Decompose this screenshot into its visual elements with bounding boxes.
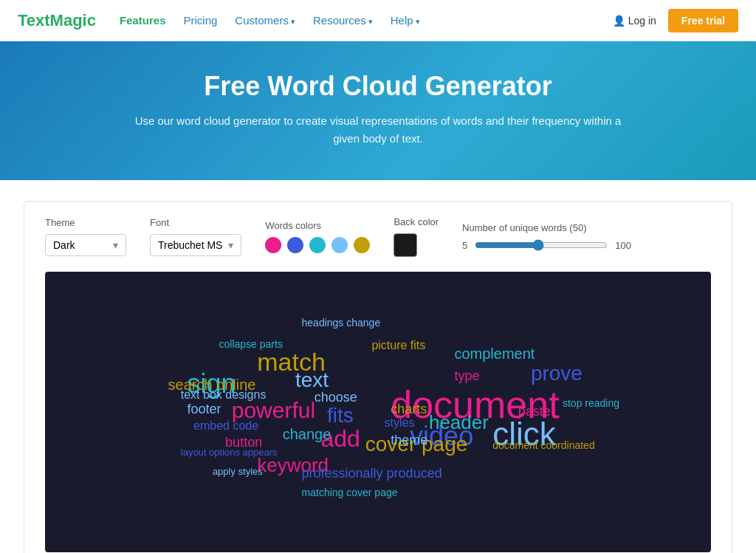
word-cloud-word: text bbox=[295, 369, 329, 392]
word-cloud-word: picture fits bbox=[371, 339, 425, 352]
color-dot-pink[interactable] bbox=[265, 237, 281, 253]
theme-label: Theme bbox=[45, 217, 126, 228]
hero-title: Free Word Cloud Generator bbox=[15, 71, 741, 102]
word-cloud-word: type bbox=[454, 369, 479, 384]
font-value: Trebuchet MS bbox=[158, 239, 222, 251]
word-cloud-word: choose bbox=[315, 391, 357, 405]
word-cloud-word: fits bbox=[327, 405, 354, 427]
back-color-label: Back color bbox=[394, 216, 439, 227]
word-cloud-word: layout options appears bbox=[181, 447, 278, 458]
word-cloud-word: change bbox=[283, 426, 331, 442]
nav-resources[interactable]: Resources bbox=[313, 14, 373, 27]
back-color-dot[interactable] bbox=[394, 233, 417, 257]
login-label: Log in bbox=[628, 15, 656, 27]
nav-features[interactable]: Features bbox=[120, 14, 166, 27]
color-dot-cyan[interactable] bbox=[309, 237, 326, 253]
logo-rest: Magic bbox=[50, 11, 96, 30]
theme-control: Theme Dark bbox=[45, 217, 126, 256]
theme-value: Dark bbox=[53, 239, 75, 251]
word-cloud-word: matching cover page bbox=[302, 487, 398, 498]
unique-words-label: Number of unique words (50) bbox=[462, 222, 631, 233]
color-dot-blue[interactable] bbox=[287, 237, 303, 253]
word-cloud-wrapper: documentclickvideosignpowerfulmatchtextf… bbox=[45, 272, 711, 552]
word-cloud-word: stop reading bbox=[563, 398, 619, 409]
back-color-control: Back color bbox=[394, 216, 439, 257]
words-colors-control: Words colors bbox=[265, 220, 370, 253]
word-cloud-word: charts bbox=[391, 402, 427, 417]
word-cloud-word: paste bbox=[518, 405, 551, 419]
nav-pricing[interactable]: Pricing bbox=[184, 14, 218, 27]
word-cloud-word: theme bbox=[391, 433, 427, 448]
slider-max: 100 bbox=[615, 240, 631, 251]
unique-words-control: Number of unique words (50) 5 100 bbox=[462, 222, 631, 251]
word-cloud: documentclickvideosignpowerfulmatchtextf… bbox=[60, 294, 696, 530]
word-cloud-word: collapse parts bbox=[219, 339, 283, 350]
words-colors-label: Words colors bbox=[265, 220, 370, 231]
font-control: Font Trebuchet MS bbox=[150, 217, 241, 256]
logo-highlight: Text bbox=[18, 11, 50, 30]
nav-right: 👤 Log in Free trial bbox=[613, 9, 738, 32]
hero-subtitle: Use our word cloud generator to create v… bbox=[127, 112, 629, 148]
word-cloud-word: embed code bbox=[193, 419, 258, 433]
font-select[interactable]: Trebuchet MS bbox=[150, 234, 241, 256]
user-icon: 👤 bbox=[613, 15, 625, 27]
word-cloud-word: styles bbox=[385, 416, 415, 430]
color-dots-container bbox=[265, 237, 370, 253]
word-cloud-word: footer bbox=[187, 402, 221, 417]
nav-customers[interactable]: Customers bbox=[235, 14, 295, 27]
free-trial-button[interactable]: Free trial bbox=[668, 9, 738, 32]
theme-select[interactable]: Dark bbox=[45, 234, 126, 256]
slider-group: 5 100 bbox=[462, 239, 631, 251]
slider-min: 5 bbox=[462, 240, 467, 251]
word-cloud-word: professionally produced bbox=[302, 467, 442, 481]
word-cloud-word: text box designs bbox=[181, 388, 267, 402]
word-cloud-word: document coordinated bbox=[492, 440, 595, 451]
word-cloud-word: headings change bbox=[302, 317, 381, 329]
login-button[interactable]: 👤 Log in bbox=[613, 15, 656, 27]
tool-controls: Theme Dark Font Trebuchet MS Words color… bbox=[45, 216, 711, 257]
logo[interactable]: TextMagic bbox=[18, 11, 96, 30]
hero-section: Free Word Cloud Generator Use our word c… bbox=[0, 41, 756, 180]
color-dot-lightblue[interactable] bbox=[331, 237, 348, 253]
nav-links: Features Pricing Customers Resources Hel… bbox=[120, 14, 613, 27]
unique-words-slider[interactable] bbox=[475, 239, 608, 251]
font-label: Font bbox=[150, 217, 241, 228]
color-dot-olive[interactable] bbox=[354, 237, 370, 253]
word-cloud-word: prove bbox=[531, 363, 583, 385]
word-cloud-word: header bbox=[429, 412, 489, 433]
word-cloud-word: apply styles bbox=[213, 467, 263, 477]
nav-help[interactable]: Help bbox=[391, 14, 420, 27]
word-cloud-word: complement bbox=[454, 346, 535, 362]
tool-section: Theme Dark Font Trebuchet MS Words color… bbox=[24, 201, 732, 553]
main-nav: TextMagic Features Pricing Customers Res… bbox=[0, 0, 756, 41]
